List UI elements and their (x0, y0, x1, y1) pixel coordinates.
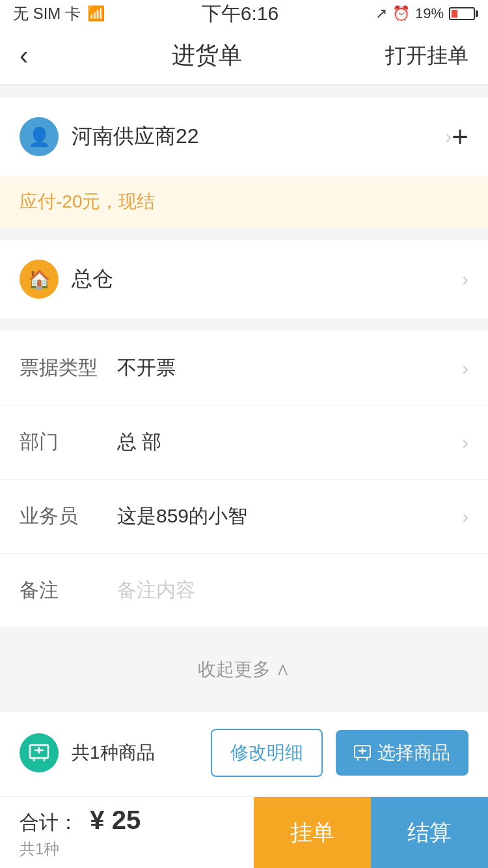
hold-order-button[interactable]: 挂单 (254, 797, 371, 869)
back-button[interactable]: ‹ (20, 41, 28, 70)
collapse-label: 收起更多 ∧ (198, 659, 291, 679)
status-time: 下午6:16 (202, 1, 278, 27)
checkout-button[interactable]: 结算 (371, 797, 488, 869)
edit-detail-button[interactable]: 修改明细 (211, 729, 323, 777)
footer-total-sub: 共1种 (20, 839, 234, 860)
total-label: 合计： (20, 811, 78, 833)
product-count: 共1种商品 (72, 740, 198, 765)
select-product-button[interactable]: 选择商品 (336, 730, 468, 776)
battery-fill (452, 10, 457, 18)
remark-label: 备注 (20, 577, 111, 604)
invoice-value: 不开票 (111, 355, 462, 381)
battery-icon (449, 7, 475, 20)
alarm-icon: ⏰ (392, 5, 410, 22)
invoice-label: 票据类型 (20, 355, 111, 381)
avatar-icon: 👤 (28, 126, 51, 148)
notice-text: 应付-20元，现结 (20, 191, 155, 211)
wifi-icon: 📶 (87, 5, 105, 22)
invoice-row[interactable]: 票据类型 不开票 › (0, 331, 488, 405)
dept-value: 总 部 (111, 429, 462, 455)
location-icon: ↗ (375, 5, 387, 22)
product-header: 共1种商品 修改明细 选择商品 (0, 712, 488, 794)
supplier-name: 河南供应商22 (72, 122, 445, 151)
supplier-avatar: 👤 (20, 117, 59, 156)
salesperson-value: 这是859的小智 (111, 503, 462, 530)
warehouse-row[interactable]: 🏠 总仓 › (0, 240, 488, 318)
form-card: 票据类型 不开票 › 部门 总 部 › 业务员 这是859的小智 › 备注 备注… (0, 331, 488, 627)
battery-percent: 19% (415, 5, 444, 22)
separator-1 (0, 85, 488, 98)
footer-total-main: 合计： ¥ 25 (20, 806, 234, 836)
invoice-chevron-icon: › (462, 357, 468, 379)
notice-bar: 应付-20元，现结 (0, 176, 488, 227)
supplier-right: › (445, 126, 452, 148)
salesperson-chevron-icon: › (462, 506, 468, 528)
warehouse-chevron-icon: › (462, 268, 468, 290)
supplier-row[interactable]: 👤 河南供应商22 › + (0, 98, 488, 176)
remark-input[interactable]: 备注内容 (111, 577, 468, 604)
dept-row[interactable]: 部门 总 部 › (0, 405, 488, 480)
home-icon: 🏠 (28, 269, 51, 290)
footer-total: 合计： ¥ 25 共1种 (0, 806, 254, 860)
nav-bar: ‹ 进货单 打开挂单 (0, 27, 488, 85)
warehouse-icon: 🏠 (20, 260, 59, 299)
dept-chevron-icon: › (462, 431, 468, 454)
add-supplier-button[interactable]: + (452, 120, 468, 153)
dept-label: 部门 (20, 429, 111, 455)
status-left: 无 SIM 卡 📶 (13, 3, 105, 24)
select-product-label: 选择商品 (377, 740, 450, 765)
supplier-chevron-icon: › (445, 126, 452, 148)
remark-row[interactable]: 备注 备注内容 (0, 554, 488, 627)
page-title: 进货单 (172, 40, 242, 72)
warehouse-card: 🏠 总仓 › (0, 240, 488, 318)
supplier-card: 👤 河南供应商22 › + 应付-20元，现结 (0, 98, 488, 227)
product-cart-icon (20, 733, 59, 772)
status-bar: 无 SIM 卡 📶 下午6:16 ↗ ⏰ 19% (0, 0, 488, 27)
carrier-label: 无 SIM 卡 (13, 3, 81, 24)
status-right: ↗ ⏰ 19% (375, 5, 475, 22)
total-amount: ¥ 25 (90, 806, 141, 834)
salesperson-row[interactable]: 业务员 这是859的小智 › (0, 480, 488, 554)
salesperson-label: 业务员 (20, 503, 111, 530)
footer: 合计： ¥ 25 共1种 挂单 结算 (0, 796, 488, 868)
collapse-bar[interactable]: 收起更多 ∧ (0, 640, 488, 699)
open-pending-button[interactable]: 打开挂单 (385, 42, 468, 70)
warehouse-name: 总仓 (72, 265, 462, 293)
